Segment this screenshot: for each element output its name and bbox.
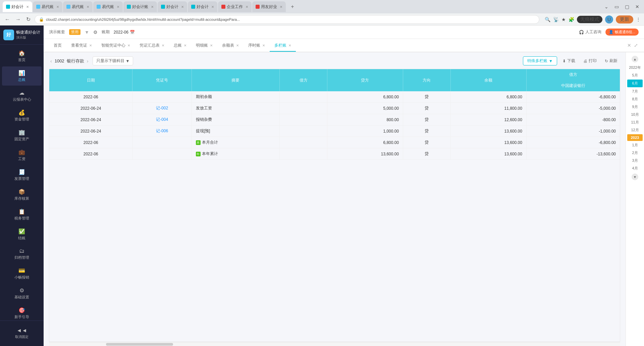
- horizontal-scrollbar[interactable]: [49, 342, 620, 346]
- browser-tab-6[interactable]: 好会计 ✕: [158, 1, 187, 12]
- tab-general-ledger[interactable]: 总账 ✕: [169, 40, 191, 52]
- timeline-month-2023-2[interactable]: 2月: [626, 149, 644, 157]
- sidebar-collapse-button[interactable]: ◄◄ 取消固定: [2, 324, 42, 343]
- bookmark-icon[interactable]: ★: [561, 17, 566, 22]
- tab-close-detail-ledger[interactable]: ✕: [210, 44, 213, 47]
- cell-debit-0: [280, 91, 327, 103]
- voucher-link-3[interactable]: 记-006: [156, 129, 168, 133]
- back-button[interactable]: ←: [3, 16, 11, 23]
- dropdown-arrow-icon[interactable]: ▼: [85, 30, 89, 35]
- sidebar-item-expense[interactable]: 💳 小畅报销: [2, 264, 42, 283]
- voucher-link-1[interactable]: 记-002: [156, 106, 168, 110]
- browser-tab-3[interactable]: 易代账 ✕: [93, 1, 123, 12]
- tab-minimize-button[interactable]: ⌄: [602, 3, 610, 10]
- tab-nav-collapse-button[interactable]: ✕: [627, 42, 632, 49]
- special-multi-column-button[interactable]: 特殊多栏账 ▼: [523, 56, 557, 65]
- summary-icon-year: 年: [196, 152, 201, 156]
- user-info[interactable]: 👤 畅通通B组...: [605, 29, 639, 36]
- timeline-month-9[interactable]: 9月: [626, 103, 644, 111]
- tab-close-view-voucher[interactable]: ✕: [89, 44, 92, 47]
- tab-close-voucher-summary[interactable]: ✕: [162, 44, 164, 47]
- browser-tab-8[interactable]: 企业工作 ✕: [218, 1, 252, 12]
- tab-close-journal[interactable]: ✕: [262, 44, 265, 47]
- browser-tab-active[interactable]: 好会计 ✕: [3, 1, 32, 12]
- timeline-month-2023-1[interactable]: 1月: [626, 141, 644, 149]
- browser-tab-7[interactable]: 好会计 ✕: [188, 1, 217, 12]
- sidebar-item-closing[interactable]: ✅ 结账: [2, 225, 42, 244]
- sidebar-item-inventory[interactable]: 📦 库存核算: [2, 185, 42, 204]
- timeline-month-12[interactable]: 12月: [626, 126, 644, 134]
- sidebar-item-fund[interactable]: 💰 资金管理: [2, 106, 42, 125]
- timeline-month-5[interactable]: 5月: [626, 71, 644, 79]
- cast-icon[interactable]: 📡: [553, 17, 559, 22]
- tab-view-voucher[interactable]: 查看凭证 ✕: [66, 40, 97, 52]
- cell-debit-4: [280, 137, 327, 148]
- sidebar-item-guide[interactable]: 🎯 新手引导: [2, 304, 42, 320]
- browser-tab-5[interactable]: 好会计账 ✕: [123, 1, 157, 12]
- timeline-scroll-up[interactable]: ▲: [632, 56, 638, 62]
- sidebar-item-tax[interactable]: 📋 税务管理: [2, 205, 42, 224]
- timeline-month-8[interactable]: 8月: [626, 95, 644, 103]
- timeline-month-10[interactable]: 10月: [626, 111, 644, 118]
- cell-summary-2: 报销杂费: [192, 114, 280, 126]
- browser-tab-1[interactable]: 易代账 ✕: [33, 1, 62, 12]
- user-avatar[interactable]: U: [605, 15, 613, 23]
- sidebar-item-payroll[interactable]: 💼 工资: [2, 146, 42, 165]
- search-browser-icon[interactable]: 🔍: [545, 17, 550, 22]
- forward-button[interactable]: →: [14, 16, 22, 23]
- tab-journal[interactable]: 序时账 ✕: [244, 40, 270, 52]
- prev-account-button[interactable]: ‹: [49, 58, 53, 64]
- tab-maximize-button[interactable]: ▢: [623, 3, 631, 10]
- tab-home[interactable]: 首页: [49, 40, 66, 52]
- ledger-content: ‹ 1002 银行存款 › 只显示下级科目 ▼ 特殊多栏账 ▼: [44, 52, 626, 346]
- refresh-browser-button[interactable]: ↻: [25, 15, 32, 23]
- new-tab-button[interactable]: +: [288, 2, 297, 11]
- tab-close-balance[interactable]: ✕: [236, 44, 239, 47]
- timeline-scroll-down[interactable]: ▼: [632, 174, 638, 180]
- tab-detail-ledger[interactable]: 明细账 ✕: [191, 40, 217, 52]
- extension-icon[interactable]: 🧩: [569, 17, 574, 22]
- download-button[interactable]: ⬇ 下载: [560, 57, 578, 65]
- calendar-icon[interactable]: 📅: [130, 30, 135, 35]
- sidebar-item-fixed-assets[interactable]: 🏢 固定资产: [2, 126, 42, 145]
- sidebar-label-payroll: 工资: [18, 156, 25, 161]
- timeline-month-2023-3[interactable]: 3月: [626, 157, 644, 164]
- filter-dropdown-button[interactable]: 只显示下级科目 ▼: [93, 56, 133, 65]
- sidebar-item-settings[interactable]: ⚙ 基础设置: [2, 284, 42, 303]
- tab-close-smart-voucher[interactable]: ✕: [127, 44, 130, 47]
- tab-voucher-summary[interactable]: 凭证汇总表 ✕: [135, 40, 169, 52]
- ledger-data-table: 日期 凭证号 摘要 借方 贷方 方向 余额 借方 中国建设银行: [49, 69, 620, 160]
- tab-balance[interactable]: 余额表 ✕: [217, 40, 244, 52]
- voucher-link-2[interactable]: 记-004: [156, 117, 168, 122]
- sidebar-item-invoice[interactable]: 🧾 发票管理: [2, 165, 42, 185]
- timeline-month-2023-4[interactable]: 4月: [626, 164, 644, 172]
- tab-close-multi-column[interactable]: ✕: [288, 44, 291, 47]
- tab-multi-column[interactable]: 多栏账 ✕: [270, 40, 296, 52]
- scrollbar-thumb[interactable]: [106, 343, 173, 346]
- address-input[interactable]: 🔒 cloud2.chanjet.com/accounting/uh26t264…: [35, 15, 539, 24]
- browser-tab-2[interactable]: 易代账 ✕: [63, 1, 93, 12]
- tab-nav-expand-button[interactable]: ⤢: [633, 42, 639, 49]
- no-trace-button[interactable]: 无痕模式: [577, 16, 602, 23]
- timeline-month-7[interactable]: 7月: [626, 88, 644, 95]
- cell-extra-5: -13,600.00: [526, 148, 620, 160]
- update-button[interactable]: 更新: [616, 15, 633, 23]
- sidebar-item-archive[interactable]: 🗂 归档管理: [2, 245, 42, 263]
- tab-close-button[interactable]: ✕: [633, 3, 641, 10]
- tab-restore-button[interactable]: ▭: [612, 3, 621, 10]
- next-account-button[interactable]: ›: [86, 58, 90, 64]
- timeline-month-6[interactable]: 6月: [627, 80, 643, 87]
- print-button[interactable]: 🖨 打印: [581, 57, 599, 65]
- tab-smart-voucher[interactable]: 智能凭证中心 ✕: [97, 40, 135, 52]
- consultant-button[interactable]: 🎧 人工咨询: [579, 29, 601, 35]
- sidebar-item-home[interactable]: 🏠 首页: [2, 47, 42, 66]
- settings-icon[interactable]: ⋮: [636, 17, 641, 22]
- browser-tab-9[interactable]: 用友好业 ✕: [252, 1, 286, 12]
- sidebar-item-cloud-report[interactable]: ☁ 云报表中心: [2, 86, 42, 105]
- refresh-ledger-button[interactable]: ↻ 刷新: [602, 57, 620, 65]
- timeline-year-2023-label[interactable]: 2023: [627, 134, 643, 141]
- tab-close-general-ledger[interactable]: ✕: [184, 44, 186, 47]
- settings-topbar-icon[interactable]: ⚙: [93, 30, 98, 35]
- timeline-month-11[interactable]: 11月: [626, 118, 644, 126]
- sidebar-item-ledger[interactable]: 📊 总账: [2, 66, 42, 86]
